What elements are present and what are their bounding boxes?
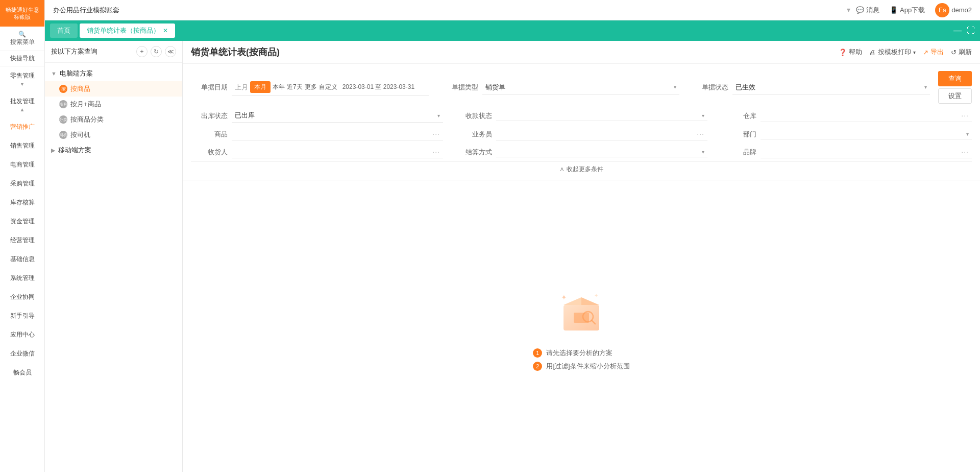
sidebar-item-purchase[interactable]: 采购管理	[0, 174, 44, 193]
receiver-input[interactable]: ···	[232, 146, 443, 158]
logo-text: 畅捷通好生意	[6, 6, 39, 13]
refresh-scheme-btn[interactable]: ↻	[151, 46, 162, 57]
filter-area: 单据日期 上月 本月 本年 近7天 更多 自定义 2023-03-01 至 20…	[183, 64, 980, 180]
logo-subtext: 标账版	[14, 13, 31, 20]
sidebar-item-system[interactable]: 系统管理	[0, 269, 44, 288]
tab-close-icon[interactable]: ✕	[163, 28, 168, 34]
outstatus-select[interactable]: 已出库 ▾	[232, 109, 443, 123]
sidebar-item-appcenter[interactable]: 应用中心	[0, 325, 44, 344]
data-area: ✦ ✦ 1 请先选择要分析的方案 2 用[过滤]条件来缩小分析范	[183, 180, 980, 472]
expand-icon-mobile: ▶	[51, 147, 55, 154]
receiver-dots-icon: ···	[432, 148, 440, 156]
tree-item-by-month-product[interactable]: 按月 按月+商品	[45, 97, 182, 112]
date-btn-year[interactable]: 本年	[273, 83, 285, 91]
filter-date-field: 单据日期 上月 本月 本年 近7天 更多 自定义 2023-03-01 至 20…	[191, 79, 429, 96]
sidebar-search[interactable]: 🔍 搜索菜单	[0, 27, 44, 51]
sales-input[interactable]: ···	[496, 128, 707, 140]
brand-input[interactable]: ···	[761, 146, 972, 158]
tab-active[interactable]: 销货单统计表（按商品） ✕	[80, 23, 175, 38]
query-button[interactable]: 查询	[938, 71, 972, 86]
sidebar-item-member[interactable]: 畅会员	[0, 363, 44, 382]
dept-dropdown-icon: ▾	[966, 131, 969, 137]
sidebar-item-sales[interactable]: 销售管理	[0, 136, 44, 155]
status-dropdown-icon: ▾	[924, 84, 927, 90]
message-action[interactable]: 💬 消息	[856, 6, 879, 15]
settle-label: 结算方式	[455, 148, 496, 157]
product-input[interactable]: ···	[232, 128, 443, 140]
tab-home[interactable]: 首页	[50, 23, 78, 38]
date-btn-more[interactable]: 更多	[305, 83, 317, 91]
dept-select[interactable]: ▾	[761, 129, 972, 139]
filter-brand-field: 品牌 ···	[720, 146, 972, 158]
sidebar-item-wechat[interactable]: 企业微信	[0, 344, 44, 363]
sidebar-item-enterprise[interactable]: 企业协同	[0, 288, 44, 306]
date-range-display: 2023-03-01 至 2023-03-31	[342, 83, 414, 91]
sidebar-item-marketing[interactable]: 营销推广	[0, 117, 44, 136]
tree-item-by-product[interactable]: 按 按商品	[45, 81, 182, 97]
page-actions: ❓ 帮助 🖨 按模板打印 ▾ ↗ 导出 ↺ 刷新	[839, 48, 972, 57]
tree-item-by-driver[interactable]: 司机 按司机	[45, 127, 182, 143]
user-action[interactable]: Ea demo2	[935, 3, 972, 17]
product-dots-icon: ···	[432, 130, 440, 138]
sidebar-logo: 畅捷通好生意 标账版	[0, 0, 44, 27]
collectstatus-label: 收款状态	[455, 111, 496, 121]
sidebar-item-inventory[interactable]: 库存核算	[0, 193, 44, 212]
export-action[interactable]: ↗ 导出	[923, 48, 944, 57]
filter-product-field: 商品 ···	[191, 128, 443, 140]
collapse-panel-btn[interactable]: ≪	[165, 46, 176, 57]
refresh-action[interactable]: ↺ 刷新	[951, 48, 972, 57]
settle-select[interactable]: ▾	[496, 147, 707, 157]
content-area: 按以下方案查询 + ↻ ≪ ▼ 电脑端方案 按 按商品 按月	[45, 41, 980, 472]
help-action[interactable]: ❓ 帮助	[839, 48, 862, 57]
print-action[interactable]: 🖨 按模板打印 ▾	[869, 48, 916, 57]
sidebar-item-finance[interactable]: 资金管理	[0, 212, 44, 231]
collapse-filters-btn[interactable]: ∧ 收起更多条件	[191, 161, 972, 177]
tree-item-by-category[interactable]: 分类 按商品分类	[45, 112, 182, 127]
tree-group-desktop[interactable]: ▼ 电脑端方案	[45, 66, 182, 81]
sidebar-item-operation[interactable]: 经营管理	[0, 231, 44, 250]
refresh-icon: ↺	[951, 49, 957, 56]
sidebar-item-ecommerce[interactable]: 电商管理	[0, 155, 44, 174]
sidebar-item-wholesale[interactable]: 批发管理 ▲	[0, 92, 44, 117]
sidebar-item-retail[interactable]: 零售管理 ▼	[0, 66, 44, 92]
dropdown-icon[interactable]: ▾	[847, 6, 856, 15]
type-dropdown-icon: ▾	[674, 84, 676, 90]
empty-state: ✦ ✦ 1 请先选择要分析的方案 2 用[过滤]条件来缩小分析范	[533, 282, 629, 371]
export-icon: ↗	[923, 49, 928, 56]
tree-section: ▼ 电脑端方案 按 按商品 按月 按月+商品 分类 按商品分类 司机 按司机	[45, 63, 182, 161]
filter-collectstatus-field: 收款状态 ▾	[455, 111, 707, 121]
scheme-icon-gray3: 司机	[59, 131, 67, 139]
tree-group-mobile[interactable]: ▶ 移动端方案	[45, 143, 182, 158]
sidebar-item-guide[interactable]: 新手引导	[0, 306, 44, 325]
type-select[interactable]: 销货单 ▾	[482, 81, 680, 95]
status-label: 单据状态	[692, 83, 732, 92]
filter-row-2: 出库状态 已出库 ▾ 收款状态 ▾	[191, 109, 972, 123]
empty-text: 1 请先选择要分析的方案 2 用[过滤]条件来缩小分析范围	[533, 348, 629, 371]
sidebar-item-basic[interactable]: 基础信息	[0, 250, 44, 269]
status-select[interactable]: 已生效 ▾	[732, 81, 930, 95]
panel-icons: + ↻ ≪	[136, 46, 176, 57]
message-icon: 💬	[856, 6, 864, 14]
filter-settle-field: 结算方式 ▾	[455, 147, 707, 157]
print-dropdown-icon[interactable]: ▾	[913, 50, 916, 55]
product-label: 商品	[191, 130, 232, 139]
window-buttons: — ⛶	[953, 26, 975, 35]
chevron-icon: ▼	[20, 81, 25, 87]
collectstatus-select[interactable]: ▾	[496, 111, 707, 121]
add-scheme-btn[interactable]: +	[136, 46, 148, 57]
sidebar-quick-nav[interactable]: 快捷导航	[0, 51, 44, 66]
maximize-icon[interactable]: ⛶	[967, 26, 975, 35]
empty-illustration: ✦ ✦	[553, 282, 609, 338]
date-btn-current-month[interactable]: 本月	[250, 81, 271, 93]
minimize-icon[interactable]: —	[953, 26, 962, 35]
settle-dropdown-icon: ▾	[702, 149, 704, 155]
date-btn-7days[interactable]: 近7天	[287, 83, 303, 91]
avatar: Ea	[935, 3, 949, 17]
warehouse-input[interactable]: ···	[761, 109, 972, 122]
app-download-action[interactable]: 📱 App下载	[890, 6, 925, 15]
left-panel: 按以下方案查询 + ↻ ≪ ▼ 电脑端方案 按 按商品 按月	[45, 41, 183, 472]
setting-button[interactable]: 设置	[938, 88, 972, 104]
date-prev-btn[interactable]: 上月	[235, 83, 248, 92]
date-btn-custom[interactable]: 自定义	[319, 83, 337, 91]
brand-dots-icon: ···	[961, 148, 969, 156]
